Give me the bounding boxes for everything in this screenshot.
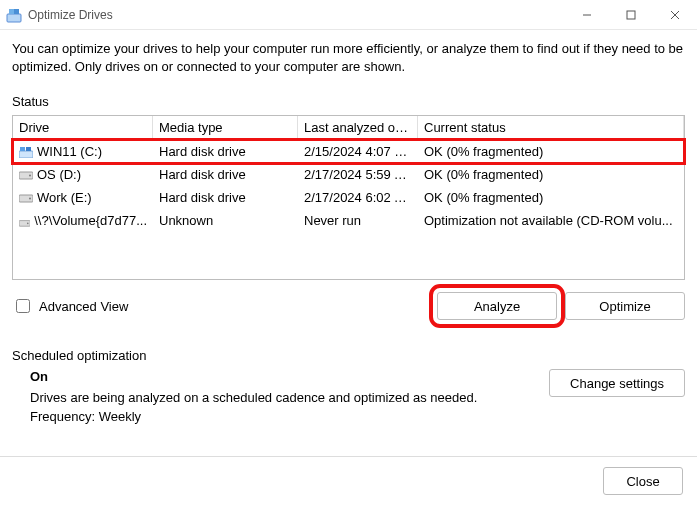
last-analyzed: 2/15/2024 4:07 PM <box>298 140 418 163</box>
current-status: OK (0% fragmented) <box>418 140 684 163</box>
close-window-button[interactable] <box>653 0 697 30</box>
optimize-button[interactable]: Optimize <box>565 292 685 320</box>
drive-name: OS (D:) <box>37 167 81 182</box>
drive-icon <box>19 192 33 203</box>
table-row[interactable]: Work (E:)Hard disk drive2/17/2024 6:02 A… <box>13 186 684 209</box>
title-bar: Optimize Drives <box>0 0 697 30</box>
advanced-view-toggle[interactable]: Advanced View <box>12 296 429 316</box>
svg-point-13 <box>29 198 31 200</box>
drive-icon <box>19 146 33 157</box>
header-drive[interactable]: Drive <box>13 116 153 140</box>
scheduled-frequency: Frequency: Weekly <box>30 409 549 424</box>
svg-point-15 <box>27 222 29 224</box>
drive-name: WIN11 (C:) <box>37 144 102 159</box>
minimize-button[interactable] <box>565 0 609 30</box>
scheduled-state: On <box>30 369 549 384</box>
scheduled-optimization-label: Scheduled optimization <box>12 348 685 363</box>
svg-rect-0 <box>7 14 21 22</box>
last-analyzed: 2/17/2024 5:59 AM <box>298 163 418 186</box>
app-icon <box>6 7 22 23</box>
table-row[interactable]: \\?\Volume{d7d77...UnknownNever runOptim… <box>13 209 684 232</box>
svg-rect-8 <box>20 147 25 151</box>
advanced-view-checkbox[interactable] <box>16 299 30 313</box>
media-type: Unknown <box>153 209 298 232</box>
current-status: Optimization not available (CD-ROM volu.… <box>418 209 684 232</box>
last-analyzed: Never run <box>298 209 418 232</box>
drive-name: Work (E:) <box>37 190 92 205</box>
scheduled-description: Drives are being analyzed on a scheduled… <box>30 390 549 405</box>
maximize-button[interactable] <box>609 0 653 30</box>
header-last-analyzed[interactable]: Last analyzed or o... <box>298 116 418 140</box>
table-row[interactable]: OS (D:)Hard disk drive2/17/2024 5:59 AMO… <box>13 163 684 186</box>
table-header-row: Drive Media type Last analyzed or o... C… <box>13 116 684 140</box>
svg-rect-7 <box>19 151 33 158</box>
header-media-type[interactable]: Media type <box>153 116 298 140</box>
header-current-status[interactable]: Current status <box>418 116 684 140</box>
drive-name: \\?\Volume{d7d77... <box>34 213 147 228</box>
media-type: Hard disk drive <box>153 140 298 163</box>
svg-rect-1 <box>9 9 14 14</box>
window-title: Optimize Drives <box>28 8 565 22</box>
description-text: You can optimize your drives to help you… <box>12 40 685 76</box>
footer: Close <box>0 456 697 505</box>
svg-rect-4 <box>627 11 635 19</box>
svg-rect-2 <box>14 9 19 14</box>
status-label: Status <box>12 94 685 109</box>
analyze-button[interactable]: Analyze <box>437 292 557 320</box>
drive-icon <box>19 215 30 226</box>
change-settings-button[interactable]: Change settings <box>549 369 685 397</box>
current-status: OK (0% fragmented) <box>418 163 684 186</box>
close-button[interactable]: Close <box>603 467 683 495</box>
media-type: Hard disk drive <box>153 186 298 209</box>
drives-table[interactable]: Drive Media type Last analyzed or o... C… <box>12 115 685 280</box>
svg-point-11 <box>29 175 31 177</box>
svg-rect-9 <box>26 147 31 151</box>
table-row[interactable]: WIN11 (C:)Hard disk drive2/15/2024 4:07 … <box>13 140 684 163</box>
drive-icon <box>19 169 33 180</box>
advanced-view-label: Advanced View <box>39 299 128 314</box>
media-type: Hard disk drive <box>153 163 298 186</box>
last-analyzed: 2/17/2024 6:02 AM <box>298 186 418 209</box>
current-status: OK (0% fragmented) <box>418 186 684 209</box>
